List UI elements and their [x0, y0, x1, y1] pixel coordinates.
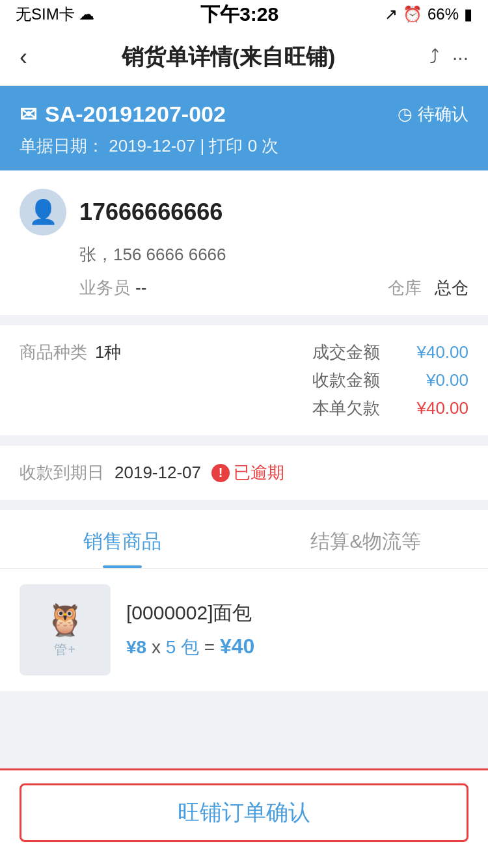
owed-amount-label: 本单欠款 — [312, 397, 380, 420]
product-thumb-brand: 管+ — [54, 641, 76, 658]
share-icon[interactable]: ⤴ — [429, 46, 439, 68]
product-item: 🦉 管+ [0000002]面包 ¥8 x 5 包 = ¥40 — [20, 584, 468, 675]
status-time: 下午3:28 — [200, 1, 278, 28]
due-label: 收款到期日 — [20, 461, 104, 484]
goods-type-value: 1种 — [95, 341, 121, 364]
customer-phone: 17666666666 — [79, 198, 223, 226]
avatar-icon: 👤 — [29, 198, 58, 226]
receipt-amount-label: 收款金额 — [312, 369, 380, 392]
back-button[interactable]: ‹ — [20, 44, 27, 71]
deal-amount-label: 成交金额 — [312, 341, 380, 364]
overdue-text: 已逾期 — [234, 461, 284, 484]
order-print-info: | 打印 0 次 — [200, 136, 278, 156]
page-title: 销货单详情(来自旺铺) — [122, 42, 336, 72]
status-clock-icon: ◷ — [398, 104, 413, 124]
nav-right: ⤴ ··· — [429, 46, 468, 68]
tab-settlement[interactable]: 结算&物流等 — [244, 510, 488, 568]
order-id: ✉ SA-20191207-002 — [20, 102, 226, 127]
product-thumbnail: 🦉 管+ — [20, 584, 111, 675]
customer-meta: 业务员 -- 仓库 总仓 — [79, 277, 468, 299]
status-bar: 无SIM卡 ☁ 下午3:28 ↗ ⏰ 66% ▮ — [0, 0, 488, 29]
tabs-header: 销售商品 结算&物流等 — [0, 510, 488, 569]
receipt-amount-value: ¥0.00 — [390, 370, 468, 390]
confirm-order-button[interactable]: 旺铺订单确认 — [20, 783, 468, 842]
order-status-badge: ◷ 待确认 — [398, 103, 468, 126]
product-total: ¥40 — [220, 634, 254, 658]
owed-amount-line: 本单欠款 ¥40.00 — [312, 397, 468, 420]
overdue-badge: ! 已逾期 — [211, 461, 284, 484]
product-price-line: ¥8 x 5 包 = ¥40 — [126, 634, 468, 660]
bottom-bar: 旺铺订单确认 — [0, 768, 488, 868]
more-icon[interactable]: ··· — [452, 46, 468, 68]
order-meta: 单据日期： 2019-12-07 | 打印 0 次 — [20, 135, 468, 157]
deal-amount-line: 成交金额 ¥40.00 — [312, 341, 468, 364]
customer-section: 👤 17666666666 张，156 6666 6666 业务员 -- 仓库 … — [0, 170, 488, 315]
amounts-section: 商品种类 1种 成交金额 ¥40.00 收款金额 ¥0.00 本单欠款 ¥40.… — [0, 325, 488, 435]
equals-sign: = — [204, 637, 220, 657]
sales-label: 业务员 — [79, 277, 130, 299]
overdue-icon: ! — [211, 464, 230, 482]
customer-name: 张，156 6666 6666 — [79, 243, 468, 266]
tab-sales[interactable]: 销售商品 — [0, 510, 244, 568]
status-right: ↗ ⏰ 66% ▮ — [385, 5, 472, 23]
order-id-text: SA-20191207-002 — [45, 102, 226, 127]
goods-type-info: 商品种类 1种 — [20, 341, 121, 364]
product-list: 🦉 管+ [0000002]面包 ¥8 x 5 包 = ¥40 — [0, 569, 488, 691]
product-price: ¥8 — [126, 637, 146, 657]
warehouse-value: 总仓 — [435, 277, 468, 299]
location-icon: ↗ — [385, 5, 398, 23]
order-icon: ✉ — [20, 102, 37, 127]
order-date: 2019-12-07 — [109, 136, 195, 156]
alarm-icon: ⏰ — [403, 5, 422, 23]
warehouse-label: 仓库 — [388, 277, 422, 299]
owed-amount-value: ¥40.00 — [390, 398, 468, 418]
customer-avatar: 👤 — [20, 189, 66, 236]
product-name: [0000002]面包 — [126, 600, 468, 627]
confirm-button-label: 旺铺订单确认 — [178, 798, 310, 828]
nav-left: ‹ — [20, 44, 27, 71]
due-date-section: 收款到期日 2019-12-07 ! 已逾期 — [0, 446, 488, 500]
sim-status: 无SIM卡 ☁ — [16, 4, 94, 25]
deal-amount-value: ¥40.00 — [390, 342, 468, 362]
product-qty: 5 — [166, 637, 176, 657]
sales-value: -- — [135, 278, 146, 298]
battery-icon: ▮ — [464, 5, 472, 23]
amounts-right: 成交金额 ¥40.00 收款金额 ¥0.00 本单欠款 ¥40.00 — [312, 341, 468, 420]
tab-settlement-label: 结算&物流等 — [310, 530, 421, 552]
tabs-section: 销售商品 结算&物流等 🦉 管+ [0000002]面包 ¥8 x 5 包 — [0, 510, 488, 691]
product-thumb-icon: 🦉 — [46, 602, 85, 638]
battery-status: 66% — [427, 5, 459, 23]
order-date-label: 单据日期： — [20, 136, 104, 156]
product-unit: 包 — [181, 637, 199, 657]
due-date: 2019-12-07 — [115, 463, 201, 483]
status-text: 待确认 — [418, 103, 468, 126]
product-info: [0000002]面包 ¥8 x 5 包 = ¥40 — [126, 600, 468, 660]
tab-sales-label: 销售商品 — [83, 530, 161, 552]
order-header-card: ✉ SA-20191207-002 ◷ 待确认 单据日期： 2019-12-07… — [0, 86, 488, 170]
status-left: 无SIM卡 ☁ — [16, 4, 94, 25]
price-separator: x — [152, 637, 166, 657]
goods-type-label: 商品种类 — [20, 341, 87, 364]
receipt-amount-line: 收款金额 ¥0.00 — [312, 369, 468, 392]
nav-bar: ‹ 销货单详情(来自旺铺) ⤴ ··· — [0, 29, 488, 86]
